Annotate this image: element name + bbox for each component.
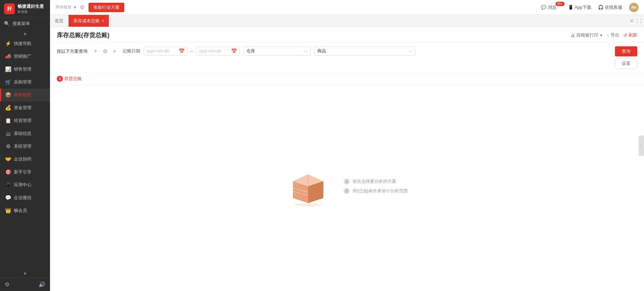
export-button[interactable]: ↑ 导出 [607, 32, 620, 38]
right-panel-toggle[interactable]: › [639, 136, 644, 156]
empty-svg-illustration [286, 169, 330, 207]
query-button[interactable]: 查询 [615, 46, 637, 56]
tab-home[interactable]: 首页 [50, 15, 69, 27]
search-menu[interactable]: 🔍 搜索菜单 [0, 18, 50, 29]
expand-panel-icon[interactable]: ⛶ [637, 18, 641, 24]
filter-controls: 记账日期 yyyy-mm-dd 📅 — yyyy-mm-dd 📅 仓库 ··· [123, 46, 611, 56]
print-icon: 🖨 [571, 33, 575, 38]
sales-icon: 📊 [5, 66, 11, 72]
avatar-text: Rit [631, 5, 637, 9]
cooperation-label: 企业协同 [14, 156, 46, 162]
close-panel-icon[interactable]: ✕ [630, 18, 634, 24]
goods-more-icon: ··· [408, 48, 413, 54]
tabbar-actions: ✕ ⛶ [630, 18, 644, 24]
user-avatar[interactable]: Rit [629, 3, 639, 12]
app-download-btn[interactable]: 📱 App下载 [568, 4, 591, 10]
refresh-button[interactable]: ↺ 刷新 [623, 32, 637, 38]
finance-icon: 💰 [5, 105, 11, 111]
scheme-section: 货 存货总账 [50, 73, 644, 85]
breadcrumb-dropdown[interactable]: ▼ [73, 5, 77, 10]
empty-hints: 1 请先选择要分析的方案 2 用[过滤]条件来缩小分析范围 [344, 178, 407, 197]
sidebar-logo: 好 畅捷通好生意 标准版 [0, 0, 50, 18]
trial-button[interactable]: 体验行业方案 [89, 3, 124, 12]
sidebar-item-newbie[interactable]: 🎯 新手引导 [0, 166, 50, 178]
breadcrumb-text: 库存核算 [55, 4, 72, 10]
service-icon: 🎧 [598, 5, 603, 10]
export-label: 导出 [611, 32, 619, 38]
membership-icon: 👑 [5, 208, 11, 214]
chevron-down-icon: ▼ [23, 271, 27, 276]
settings-button[interactable]: 设置 [615, 58, 637, 69]
settings-footer-icon[interactable]: ⚙ [5, 281, 9, 288]
sidebar-item-basic[interactable]: 🗂 基础信息 [0, 127, 50, 140]
scheme-item-icon: 货 [57, 76, 63, 82]
online-service-btn[interactable]: 🎧 在线客服 [598, 4, 622, 10]
inventory-label: 库存核算 [14, 92, 46, 98]
warehouse-label: 仓库 [246, 48, 255, 54]
app-center-icon: 📱 [5, 182, 11, 188]
scheme-item-inventory-ledger[interactable]: 货 存货总账 [57, 76, 82, 82]
purchase-label: 采购管理 [14, 79, 46, 85]
empty-hint-1: 1 请先选择要分析的方案 [344, 178, 407, 185]
sidebar-item-app-center[interactable]: 📱 应用中心 [0, 178, 50, 191]
sidebar-item-purchase[interactable]: 🛒 采购管理 [0, 76, 50, 89]
print-button[interactable]: 🖨 按模板打印 ▼ [571, 32, 603, 38]
messages-btn[interactable]: 💬 消息 99+ [541, 4, 561, 10]
goods-select[interactable]: 商品 ··· [314, 46, 416, 56]
sidebar-item-membership[interactable]: 👑 畅会员 [0, 204, 50, 217]
calendar-end-icon: 📅 [231, 48, 237, 54]
purchase-icon: 🛒 [5, 79, 11, 85]
newbie-icon: 🎯 [5, 169, 11, 175]
edition-label: 标准版 [18, 9, 44, 14]
calendar-start-icon: 📅 [179, 48, 184, 54]
sidebar-item-inventory[interactable]: 📦 库存核算 [0, 89, 50, 101]
sidebar-item-finance[interactable]: 💰 资金管理 [0, 101, 50, 114]
newbie-label: 新手引导 [14, 169, 46, 175]
tab-inventory-ledger[interactable]: 库存成本总账 × [69, 15, 109, 27]
add-scheme-icon[interactable]: + [92, 47, 100, 55]
sidebar-item-system[interactable]: ⚙ 系统管理 [0, 140, 50, 153]
system-icon: ⚙ [5, 143, 11, 149]
goods-label: 商品 [317, 48, 326, 54]
date-end-input[interactable]: yyyy-mm-dd 📅 [196, 47, 240, 55]
hint-num-1: 1 [344, 178, 350, 185]
empty-illustration [286, 169, 330, 207]
refresh-icon: ↺ [623, 33, 627, 38]
operations-label: 经营管理 [14, 118, 46, 124]
audio-icon[interactable]: 🔊 [39, 281, 45, 288]
tabbar: 首页 库存成本总账 × ✕ ⛶ [50, 15, 644, 27]
enterprise-wechat-icon: 💬 [5, 195, 11, 201]
quick-nav-label: 快捷导航 [14, 41, 46, 47]
collapse-filter-icon[interactable]: « [110, 47, 119, 55]
scroll-up-btn[interactable]: ▲ [0, 29, 50, 37]
active-tab-label: 库存成本总账 [73, 18, 100, 24]
topbar: 库存核算 ▼ ⚙ 体验行业方案 💬 消息 99+ 📱 App下载 🎧 在线客服 … [50, 0, 644, 15]
chevron-up-icon: ▲ [23, 31, 27, 36]
home-tab-label: 首页 [55, 18, 64, 24]
sidebar-item-operations[interactable]: 📋 经营管理 [0, 114, 50, 127]
date-start-input[interactable]: yyyy-mm-dd 📅 [144, 47, 188, 55]
date-separator: — [190, 49, 194, 54]
hint-text-2: 用[过滤]条件来缩小分析范围 [352, 188, 407, 194]
sidebar-item-quick-nav[interactable]: ⚡ 快捷导航 [0, 37, 50, 50]
scroll-down-btn[interactable]: ▼ [0, 270, 50, 277]
warehouse-more-icon: ··· [304, 48, 308, 54]
page-header: 库存总账(存货总账) 🖨 按模板打印 ▼ ↑ 导出 ↺ 刷新 [50, 27, 644, 42]
sidebar-footer: ⚙ 🔊 [0, 277, 50, 291]
basic-label: 基础信息 [14, 130, 46, 137]
app-download-label: App下载 [575, 4, 591, 10]
date-label: 记账日期 [123, 48, 140, 54]
finance-label: 资金管理 [14, 105, 46, 111]
sidebar-item-enterprise-wechat[interactable]: 💬 企业微信 [0, 191, 50, 204]
sidebar-item-marketing[interactable]: 📣 营销推广 [0, 50, 50, 63]
manage-scheme-icon[interactable]: ⚙ [101, 47, 109, 55]
warehouse-select[interactable]: 仓库 ··· [243, 46, 311, 56]
sidebar-item-cooperation[interactable]: 🤝 企业协同 [0, 153, 50, 166]
topbar-settings-icon[interactable]: ⚙ [80, 4, 84, 10]
topbar-right: 💬 消息 99+ 📱 App下载 🎧 在线客服 Rit [541, 3, 639, 12]
search-menu-label: 搜索菜单 [13, 21, 30, 27]
quick-nav-icon: ⚡ [5, 41, 11, 47]
brand-name: 畅捷通好生意 [18, 4, 44, 9]
sidebar-item-sales[interactable]: 📊 销售管理 [0, 63, 50, 76]
tab-close-icon[interactable]: × [102, 19, 104, 23]
